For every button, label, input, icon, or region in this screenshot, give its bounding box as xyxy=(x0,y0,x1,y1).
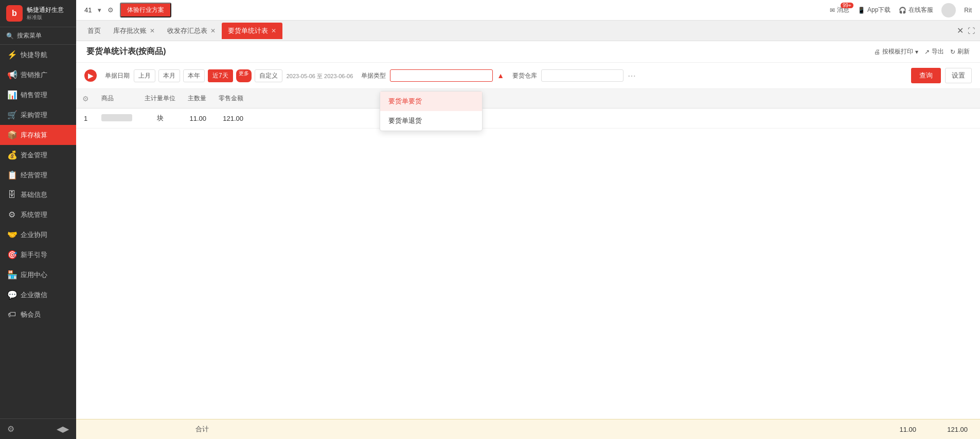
print-label: 按模板打印 xyxy=(882,47,913,56)
sidebar-item-basic[interactable]: 🗄 基础信息 xyxy=(0,185,76,205)
date-btn-curr-year[interactable]: 本年 xyxy=(183,69,205,82)
date-btn-prev-month[interactable]: 上月 xyxy=(134,69,155,82)
print-chevron: ▾ xyxy=(915,48,918,56)
header-right: ✉ 消息 99+ 📱 App下载 🎧 在线客服 Rit xyxy=(830,3,972,17)
header-left: 41 ▾ ⚙ 体验行业方案 xyxy=(84,3,171,17)
sidebar-item-purchase[interactable]: 🛒 采购管理 xyxy=(0,105,76,125)
tab-close-all-icon[interactable]: ✕ xyxy=(957,26,964,35)
sidebar-item-member[interactable]: 🏷 畅会员 xyxy=(0,305,76,324)
header-settings-icon[interactable]: ▾ xyxy=(98,6,101,14)
logo-icon: b xyxy=(6,5,23,22)
operations-icon: 📋 xyxy=(7,170,16,180)
app-logo: b 畅捷通好生意 标准版 xyxy=(0,0,76,27)
app-name: 畅捷通好生意 xyxy=(27,6,64,14)
quick-nav-icon: ⚡ xyxy=(7,50,16,60)
tab-recv-summary-label: 收发存汇总表 xyxy=(167,26,207,35)
sidebar-item-label: 应用中心 xyxy=(21,270,47,280)
tab-batch-inventory-close[interactable]: ✕ xyxy=(150,27,155,34)
message-button[interactable]: ✉ 消息 99+ xyxy=(830,6,849,14)
cell-amount: 121.00 xyxy=(212,108,250,129)
dropdown-item-order-goods[interactable]: 要货单要货 xyxy=(380,92,482,111)
appstore-icon: 🏪 xyxy=(7,270,16,280)
customer-service-button[interactable]: 🎧 在线客服 xyxy=(899,6,933,14)
sidebar-item-marketing[interactable]: 📢 营销推广 xyxy=(0,65,76,85)
dropdown-item-order-return[interactable]: 要货单退货 xyxy=(380,111,482,131)
tab-recv-summary-close[interactable]: ✕ xyxy=(210,27,216,34)
main-area: 41 ▾ ⚙ 体验行业方案 ✉ 消息 99+ 📱 App下载 🎧 在线客服 Ri… xyxy=(76,0,980,439)
message-icon: ✉ xyxy=(830,7,835,14)
wechat-icon: 💬 xyxy=(7,290,16,300)
date-btn-custom[interactable]: 自定义 xyxy=(255,69,282,82)
filter-expand-button[interactable]: ▶ xyxy=(84,69,97,82)
data-table: ⚙ 商品 主计量单位 主数量 零售金额 1 xyxy=(76,89,980,129)
tab-batch-inventory[interactable]: 库存批次账 ✕ xyxy=(107,23,161,39)
top-header: 41 ▾ ⚙ 体验行业方案 ✉ 消息 99+ 📱 App下载 🎧 在线客服 Ri… xyxy=(76,0,980,21)
trial-button[interactable]: 体验行业方案 xyxy=(120,3,171,17)
type-chevron-up-icon[interactable]: ▲ xyxy=(497,71,504,80)
sidebar-item-appstore[interactable]: 🏪 应用中心 xyxy=(0,265,76,285)
sidebar-bottom: ⚙ ◀▶ xyxy=(0,418,76,439)
settings-icon[interactable]: ⚙ xyxy=(7,424,14,434)
refresh-icon: ↻ xyxy=(950,48,955,56)
sidebar-nav: ⚡ 快捷导航 📢 营销推广 📊 销售管理 🛒 采购管理 📦 库存核算 💰 资金管… xyxy=(0,45,76,418)
tab-home[interactable]: 首页 xyxy=(81,23,107,39)
blurred-goods-name xyxy=(101,114,132,121)
footer-label: 合计 xyxy=(82,425,209,434)
type-filter-input[interactable] xyxy=(390,69,493,82)
sidebar-search[interactable]: 🔍 搜索菜单 xyxy=(0,27,76,45)
settings-button[interactable]: 设置 xyxy=(945,68,972,83)
header-number: 41 xyxy=(84,6,92,14)
sidebar-item-label: 基础信息 xyxy=(21,190,47,199)
sidebar-item-label: 资金管理 xyxy=(21,151,47,160)
sidebar-item-wechat[interactable]: 💬 企业微信 xyxy=(0,285,76,305)
sidebar-item-inventory[interactable]: 📦 库存核算 xyxy=(0,125,76,145)
app-download-button[interactable]: 📱 App下载 xyxy=(858,6,890,14)
print-button[interactable]: 🖨 按模板打印 ▾ xyxy=(874,47,918,56)
tab-order-stats-close[interactable]: ✕ xyxy=(271,27,276,34)
sidebar-item-system[interactable]: ⚙ 系统管理 xyxy=(0,205,76,225)
query-button[interactable]: 查询 xyxy=(911,68,941,83)
tab-recv-summary[interactable]: 收发存汇总表 ✕ xyxy=(161,23,222,39)
sidebar-item-sales[interactable]: 📊 销售管理 xyxy=(0,85,76,105)
tab-bar-actions: ✕ ⛶ xyxy=(957,26,975,35)
collapse-icon[interactable]: ◀▶ xyxy=(57,424,69,434)
marketing-icon: 📢 xyxy=(7,70,16,80)
col-qty: 主数量 xyxy=(182,89,212,108)
tab-expand-icon[interactable]: ⛶ xyxy=(968,27,975,35)
table-settings-icon[interactable]: ⚙ xyxy=(82,95,89,103)
tab-order-stats-label: 要货单统计表 xyxy=(228,26,268,35)
date-btn-curr-month[interactable]: 本月 xyxy=(158,69,180,82)
sidebar-item-finance[interactable]: 💰 资金管理 xyxy=(0,145,76,165)
purchase-icon: 🛒 xyxy=(7,110,16,120)
sidebar-item-guide[interactable]: 🎯 新手引导 xyxy=(0,245,76,265)
warehouse-filter-input[interactable] xyxy=(541,69,623,82)
basic-icon: 🗄 xyxy=(7,190,16,199)
export-button[interactable]: ↗ 导出 xyxy=(924,47,944,56)
col-settings[interactable]: ⚙ xyxy=(76,89,95,108)
user-name: Rit xyxy=(964,7,972,14)
header-gear-icon[interactable]: ⚙ xyxy=(108,6,114,14)
sidebar-item-enterprise[interactable]: 🤝 企业协同 xyxy=(0,225,76,245)
sidebar-item-label: 企业协同 xyxy=(21,230,47,240)
col-extra xyxy=(250,89,980,108)
type-filter-label: 单据类型 xyxy=(361,71,386,80)
sidebar-item-operations[interactable]: 📋 经营管理 xyxy=(0,165,76,185)
sidebar-item-label: 采购管理 xyxy=(21,111,47,120)
sidebar-item-quick-nav[interactable]: ⚡ 快捷导航 xyxy=(0,45,76,65)
tab-bar: 首页 库存批次账 ✕ 收发存汇总表 ✕ 要货单统计表 ✕ ✕ ⛶ xyxy=(76,21,980,41)
warehouse-more-icon[interactable]: ⋯ xyxy=(628,71,636,81)
date-btn-recent-7[interactable]: 近7天 xyxy=(208,69,233,82)
page-header: 要货单统计表(按商品) 🖨 按模板打印 ▾ ↗ 导出 ↻ 刷新 xyxy=(76,41,980,63)
user-avatar[interactable] xyxy=(941,3,956,17)
sidebar-item-label: 系统管理 xyxy=(21,210,47,220)
type-dropdown: 要货单要货 要货单退货 xyxy=(380,91,483,131)
tab-order-stats[interactable]: 要货单统计表 ✕ xyxy=(222,23,282,39)
guide-icon: 🎯 xyxy=(7,250,16,260)
date-more-badge[interactable]: 更多 xyxy=(236,69,252,82)
enterprise-icon: 🤝 xyxy=(7,230,16,240)
tab-batch-inventory-label: 库存批次账 xyxy=(113,26,147,35)
refresh-button[interactable]: ↻ 刷新 xyxy=(950,47,970,56)
print-icon: 🖨 xyxy=(874,48,880,56)
col-amount: 零售金额 xyxy=(212,89,250,108)
service-icon: 🎧 xyxy=(899,7,906,14)
